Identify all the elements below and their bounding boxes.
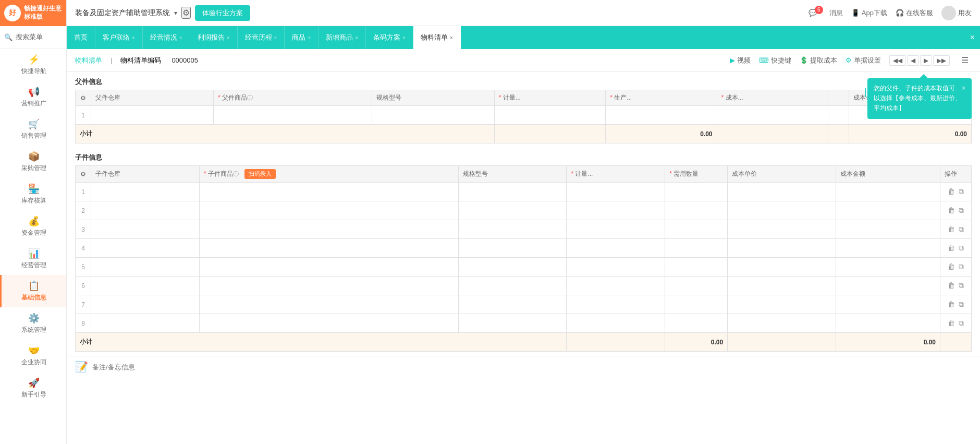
child-row-3-qty[interactable] — [665, 220, 728, 239]
child-row-3-spec[interactable] — [458, 220, 567, 239]
child-row-1-qty[interactable] — [665, 183, 728, 201]
sidebar-item-purchase[interactable]: 📦 采购管理 — [0, 146, 66, 178]
tooltip-close-button[interactable]: × — [962, 83, 965, 93]
child-row-6-warehouse[interactable] — [91, 277, 200, 295]
tab-close-bom[interactable]: × — [450, 35, 453, 41]
tab-close-customer[interactable]: × — [132, 35, 135, 41]
delete-row-6-button[interactable]: 🗑 — [947, 281, 956, 290]
tab-close-products[interactable]: × — [308, 35, 311, 41]
child-row-6-product[interactable] — [199, 277, 458, 295]
tab-profit-report[interactable]: 利润报告 × — [190, 26, 238, 49]
child-row-2-warehouse[interactable] — [91, 201, 200, 220]
child-row-8-product[interactable] — [199, 314, 458, 333]
copy-row-1-button[interactable]: ⧉ — [958, 187, 965, 196]
child-row-4-qty[interactable] — [665, 239, 728, 258]
close-all-tabs-button[interactable]: × — [965, 33, 980, 42]
child-row-8-warehouse[interactable] — [91, 314, 200, 333]
sidebar-item-quick-nav[interactable]: ⚡ 快捷导航 — [0, 49, 66, 81]
parent-row-1-production[interactable] — [606, 106, 717, 125]
child-row-2-unit-cost[interactable] — [728, 201, 836, 220]
tab-barcode[interactable]: 条码方案 × — [366, 26, 413, 49]
breadcrumb[interactable]: 物料清单 — [75, 56, 102, 65]
child-row-7-unit-cost[interactable] — [728, 295, 836, 314]
child-row-5-spec[interactable] — [458, 258, 567, 277]
delete-row-3-button[interactable]: 🗑 — [947, 225, 956, 233]
parent-row-1-product[interactable] — [214, 106, 372, 125]
child-row-4-warehouse[interactable] — [91, 239, 200, 258]
layout-button[interactable]: ☰ — [958, 54, 972, 66]
copy-row-4-button[interactable]: ⧉ — [958, 244, 965, 253]
child-row-5-warehouse[interactable] — [91, 258, 200, 277]
sidebar-item-finance[interactable]: 💰 资金管理 — [0, 210, 66, 243]
toolbar-view[interactable]: ▶ 视频 — [730, 56, 751, 65]
child-row-4-unit[interactable] — [567, 239, 665, 258]
child-row-2-product[interactable] — [199, 201, 458, 220]
tab-bom[interactable]: 物料清单 × — [413, 26, 461, 49]
child-row-6-unit[interactable] — [567, 277, 665, 295]
sidebar-item-enterprise[interactable]: 🤝 企业协同 — [0, 340, 66, 372]
copy-row-7-button[interactable]: ⧉ — [958, 300, 965, 309]
system-dropdown-button[interactable]: ▾ — [174, 9, 177, 17]
sidebar-item-system[interactable]: ⚙️ 系统管理 — [0, 307, 66, 340]
nav-next-button[interactable]: ▶ — [920, 55, 932, 66]
child-row-4-product[interactable] — [199, 239, 458, 258]
delete-row-5-button[interactable]: 🗑 — [947, 262, 956, 271]
search-menu-button[interactable]: 🔍 搜索菜单 — [4, 30, 62, 44]
delete-row-8-button[interactable]: 🗑 — [947, 319, 956, 327]
child-row-6-unit-cost[interactable] — [728, 277, 836, 295]
copy-row-5-button[interactable]: ⧉ — [958, 262, 965, 271]
child-row-2-spec[interactable] — [458, 201, 567, 220]
child-row-8-qty[interactable] — [665, 314, 728, 333]
sidebar-item-inventory[interactable]: 🏪 库存核算 — [0, 178, 66, 210]
copy-row-3-button[interactable]: ⧉ — [958, 225, 965, 234]
nav-prev-button[interactable]: ◀ — [907, 55, 919, 66]
sidebar-item-guide[interactable]: 🚀 新手引导 — [0, 372, 66, 404]
nav-first-button[interactable]: ◀◀ — [889, 55, 906, 66]
tab-close-new-product[interactable]: × — [355, 35, 358, 41]
child-row-6-spec[interactable] — [458, 277, 567, 295]
tab-ops-history[interactable]: 经营历程 × — [238, 26, 285, 49]
child-row-8-spec[interactable] — [458, 314, 567, 333]
user-menu[interactable]: 用友 — [941, 6, 972, 20]
child-row-3-product[interactable] — [199, 220, 458, 239]
child-row-1-product[interactable] — [199, 183, 458, 201]
child-row-2-unit[interactable] — [567, 201, 665, 220]
delete-row-1-button[interactable]: 🗑 — [947, 187, 956, 196]
tab-close-ops-history[interactable]: × — [274, 35, 277, 41]
gear-settings-button[interactable]: ⚙ — [181, 7, 191, 19]
child-row-2-qty[interactable] — [665, 201, 728, 220]
toolbar-cost[interactable]: 💲 提取成本 — [800, 56, 837, 65]
tab-ops-status[interactable]: 经营情况 × — [143, 26, 190, 49]
tab-close-profit-report[interactable]: × — [227, 35, 230, 41]
sidebar-item-marketing[interactable]: 📢 营销推广 — [0, 81, 66, 113]
child-row-4-spec[interactable] — [458, 239, 567, 258]
delete-row-7-button[interactable]: 🗑 — [947, 300, 956, 308]
child-row-3-unit-cost[interactable] — [728, 220, 836, 239]
nav-last-button[interactable]: ▶▶ — [933, 55, 950, 66]
child-row-1-unit-cost[interactable] — [728, 183, 836, 201]
child-row-5-qty[interactable] — [665, 258, 728, 277]
sidebar-search[interactable]: 🔍 搜索菜单 — [0, 26, 66, 49]
child-row-5-unit[interactable] — [567, 258, 665, 277]
remark-input[interactable] — [92, 363, 972, 371]
child-row-6-qty[interactable] — [665, 277, 728, 295]
child-row-5-unit-cost[interactable] — [728, 258, 836, 277]
child-row-8-unit-cost[interactable] — [728, 314, 836, 333]
sidebar-item-operations[interactable]: 📊 经营管理 — [0, 243, 66, 275]
trial-button[interactable]: 体验行业方案 — [195, 5, 250, 21]
parent-row-1-spec[interactable] — [372, 106, 494, 125]
scan-input-button[interactable]: 扫码录入 — [244, 169, 276, 179]
toolbar-shortcut[interactable]: ⌨ 快捷键 — [759, 56, 791, 65]
app-download-button[interactable]: 📱 App下载 — [851, 8, 887, 18]
copy-row-6-button[interactable]: ⧉ — [958, 281, 965, 290]
delete-row-2-button[interactable]: 🗑 — [947, 206, 956, 214]
child-row-5-product[interactable] — [199, 258, 458, 277]
tab-products[interactable]: 商品 × — [285, 26, 318, 49]
parent-row-1-warehouse[interactable] — [91, 106, 214, 125]
tab-close-ops-status[interactable]: × — [179, 35, 182, 41]
child-row-7-product[interactable] — [199, 295, 458, 314]
delete-row-4-button[interactable]: 🗑 — [947, 244, 956, 252]
child-row-7-warehouse[interactable] — [91, 295, 200, 314]
child-row-3-warehouse[interactable] — [91, 220, 200, 239]
sidebar-item-basic-info[interactable]: 📋 基础信息 — [0, 275, 66, 307]
